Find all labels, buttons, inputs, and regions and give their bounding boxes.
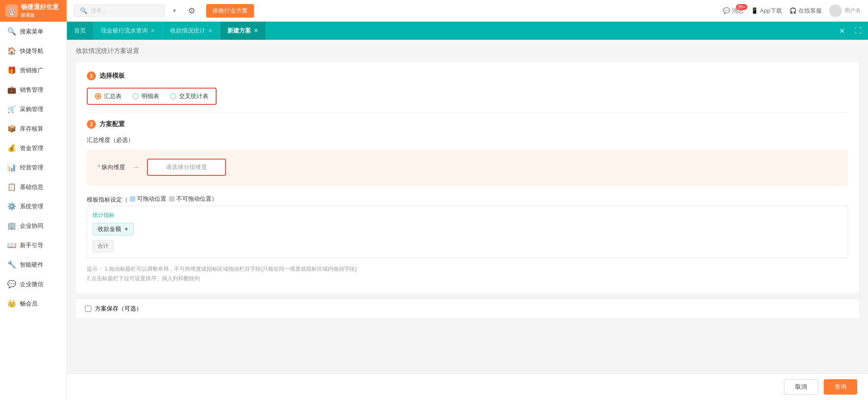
section1-title: 选择模板 — [99, 72, 125, 80]
content-area: 收款情况统计方案设置 1 选择模板 汇总表 明细表 交叉统计表 — [67, 40, 868, 400]
draggable-hint-label: 可拖动位置 — [137, 195, 166, 203]
sidebar-item-purchase[interactable]: 🛒 采购管理 — [0, 99, 66, 119]
chart-icon: 📊 — [7, 163, 16, 172]
dimension-label: * 纵向维度 — [98, 163, 125, 171]
user-info[interactable]: 用户名 — [829, 5, 861, 17]
tip-1: 提示： 1.拖动标题栏可以调整布局，不可跨维度或指标区域拖动栏目字段(只能在同一… — [87, 265, 848, 273]
trial-button[interactable]: 体验行业方案 — [206, 4, 254, 18]
dimension-config: 汇总维度（必选） * 纵向维度 → 请选择分组维度 模板指标设定（ — [87, 136, 848, 282]
tab-actions: ✕ ⛶ — [835, 22, 868, 40]
draggable-hint-dot — [130, 196, 135, 202]
tab-collection-stats-label: 收款情况统计 — [170, 27, 205, 35]
sidebar-item-finance[interactable]: 💰 资金管理 — [0, 138, 66, 158]
sidebar-item-member[interactable]: 👑 畅会员 — [0, 294, 66, 313]
sidebar-item-label: 系统管理 — [20, 202, 43, 211]
building-icon: 🏢 — [7, 221, 16, 230]
tab-new-plan[interactable]: 新建方案 ✕ — [220, 22, 266, 40]
tab-collection-stats[interactable]: 收款情况统计 ✕ — [163, 22, 220, 40]
settings-button[interactable]: ⚙ — [184, 4, 199, 18]
gift-icon: 🎁 — [7, 66, 16, 75]
user-avatar — [829, 5, 842, 17]
tip-2: 2.点击标题栏下拉可设置排序、插入列和删除列 — [87, 275, 848, 282]
tab-expand-button[interactable]: ⛶ — [852, 24, 864, 37]
cancel-button[interactable]: 取消 — [784, 379, 818, 395]
tab-close-button[interactable]: ✕ — [835, 24, 848, 37]
service-button[interactable]: 🎧 在线客服 — [789, 7, 822, 15]
metric-tag-collection[interactable]: 收款金额 ▼ — [93, 223, 134, 235]
top-header: 🔍 搜索... ▼ ⚙ 体验行业方案 💬 消息 99+ 📱 App下载 🎧 在线… — [67, 0, 868, 22]
sidebar-item-inventory[interactable]: 📦 库存核算 — [0, 119, 66, 138]
metric-subtag-total[interactable]: 合计 — [93, 240, 113, 252]
download-button[interactable]: 📱 App下载 — [751, 7, 782, 15]
sidebar-item-quick-nav[interactable]: 🏠 快捷导航 — [0, 41, 66, 61]
sidebar-item-label: 经营管理 — [20, 164, 43, 172]
sidebar-item-hardware[interactable]: 🔧 智能硬件 — [0, 255, 66, 274]
tab-bank-flow-close[interactable]: ✕ — [151, 28, 155, 34]
save-option-bar: 方案保存（可选） — [76, 299, 859, 318]
dimension-selector[interactable]: 请选择分组维度 — [147, 159, 226, 176]
tab-bank-flow-label: 现金银行流水查询 — [101, 27, 148, 35]
section2-title: 方案配置 — [99, 120, 125, 128]
config-card: 1 选择模板 汇总表 明细表 交叉统计表 2 — [76, 62, 859, 293]
section1-header: 1 选择模板 — [87, 71, 848, 80]
fixed-hint-dot — [169, 196, 175, 202]
sidebar: 🐰 畅捷通好生意 标准版 🔍 搜索菜单 🏠 快捷导航 🎁 营销推广 💼 销售管理… — [0, 0, 67, 400]
dimension-arrow-icon: → — [132, 163, 140, 171]
radio-summary[interactable]: 汇总表 — [95, 92, 122, 100]
home-icon: 🏠 — [7, 47, 16, 55]
section2-header: 2 方案配置 — [87, 120, 848, 129]
sidebar-item-enterprise[interactable]: 🏢 企业协同 — [0, 216, 66, 235]
sidebar-item-operation[interactable]: 📊 经营管理 — [0, 158, 66, 177]
message-badge: 99+ — [736, 4, 747, 10]
sidebar-item-label: 企业微信 — [20, 280, 43, 288]
metrics-title: 统计指标 — [93, 212, 842, 219]
gear-icon: ⚙️ — [7, 202, 16, 211]
radio-detail[interactable]: 明细表 — [132, 92, 159, 100]
metric-tag-label: 收款金额 — [98, 225, 121, 233]
book-icon: 📖 — [7, 241, 16, 249]
main-area: 🔍 搜索... ▼ ⚙ 体验行业方案 💬 消息 99+ 📱 App下载 🎧 在线… — [67, 0, 868, 400]
search-bar[interactable]: 🔍 搜索... — [74, 5, 165, 17]
sidebar-item-sales[interactable]: 💼 销售管理 — [0, 80, 66, 99]
draggable-hint: 可拖动位置 — [130, 195, 166, 203]
sidebar-item-label: 快捷导航 — [20, 47, 43, 55]
metrics-box: 统计指标 收款金额 ▼ 合计 — [87, 206, 848, 258]
chevron-down-icon: ▼ — [124, 226, 129, 232]
radio-detail-circle — [132, 93, 139, 99]
download-icon: 📱 — [751, 7, 758, 14]
tab-bank-flow[interactable]: 现金银行流水查询 ✕ — [94, 22, 163, 40]
sidebar-item-label: 新手引导 — [20, 241, 43, 249]
sidebar-item-guide[interactable]: 📖 新手引导 — [0, 235, 66, 255]
query-button[interactable]: 查询 — [824, 379, 857, 395]
tab-collection-stats-close[interactable]: ✕ — [208, 28, 212, 34]
logo-text: 畅捷通好生意 — [21, 3, 59, 11]
sidebar-logo: 🐰 畅捷通好生意 标准版 — [0, 0, 66, 22]
tab-home-label: 首页 — [74, 27, 86, 35]
briefcase-icon: 💼 — [7, 85, 16, 94]
fixed-hint: 不可拖动位置） — [169, 195, 217, 203]
search-icon: 🔍 — [80, 7, 87, 14]
dimension-title-text: 汇总维度（必选） — [87, 136, 134, 143]
radio-cross-circle — [170, 93, 176, 99]
headset-icon: 🎧 — [789, 7, 797, 14]
sidebar-item-marketing[interactable]: 🎁 营销推广 — [0, 61, 66, 80]
dimension-config-title: 汇总维度（必选） — [87, 136, 848, 144]
sidebar-item-wechat[interactable]: 💬 企业微信 — [0, 274, 66, 294]
dropdown-arrow-icon[interactable]: ▼ — [172, 8, 177, 14]
sidebar-item-system[interactable]: ⚙️ 系统管理 — [0, 197, 66, 216]
page-title: 收款情况统计方案设置 — [76, 47, 859, 55]
dimension-container: * 纵向维度 → 请选择分组维度 — [87, 150, 848, 186]
radio-group-template: 汇总表 明细表 交叉统计表 — [87, 88, 217, 105]
save-checkbox[interactable] — [85, 306, 91, 312]
box-icon: 📦 — [7, 124, 16, 133]
tab-new-plan-close[interactable]: ✕ — [254, 28, 258, 34]
message-button[interactable]: 💬 消息 99+ — [723, 7, 744, 15]
tab-home[interactable]: 首页 — [67, 22, 94, 40]
sidebar-item-basic[interactable]: 📋 基础信息 — [0, 177, 66, 197]
radio-summary-circle — [95, 93, 101, 99]
radio-cross[interactable]: 交叉统计表 — [170, 92, 208, 100]
sidebar-item-search[interactable]: 🔍 搜索菜单 — [0, 22, 66, 41]
radio-summary-label: 汇总表 — [104, 92, 122, 100]
cart-icon: 🛒 — [7, 105, 16, 113]
message-icon: 💬 — [723, 7, 730, 14]
